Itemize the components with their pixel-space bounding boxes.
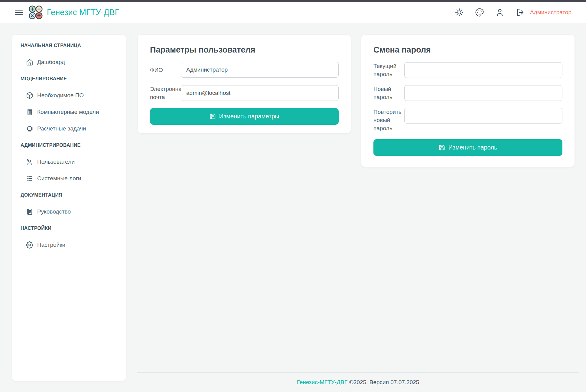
app-title: Генезис МГТУ-ДВГ [47, 8, 119, 17]
logout-icon [516, 8, 525, 17]
sidebar-item-label: Необходимое ПО [37, 92, 84, 99]
save-icon [210, 113, 216, 120]
save-params-label: Изменить параметры [219, 113, 279, 120]
sidebar-item-label: Пользователи [37, 159, 75, 165]
save-icon [439, 144, 445, 151]
sidebar-item-settings[interactable]: Настройки [12, 236, 126, 253]
hamburger-icon [15, 9, 23, 16]
users-icon [26, 158, 33, 165]
footer: Генезис-МГТУ-ДВГ©2025. Версия 07.07.2025 [137, 372, 579, 386]
password-change-title: Смена пароля [373, 45, 562, 55]
sidebar-item-label: Настройки [37, 242, 65, 248]
fio-label: ФИО [150, 66, 181, 74]
password-change-card: Смена пароля Текущий пароль Новый пароль… [361, 35, 575, 167]
sidebar-section-start: НАЧАЛЬНАЯ СТРАНИЦА [12, 37, 126, 54]
user-icon [495, 8, 504, 17]
sidebar-section-administration: АДМИНИСТРИРОВАНИЕ [12, 137, 126, 153]
list-icon [26, 175, 33, 182]
sidebar-item-users[interactable]: Пользователи [12, 153, 126, 170]
cube-icon [26, 92, 33, 99]
save-password-button[interactable]: Изменить пароль [373, 139, 562, 156]
sidebar-item-label: Расчетные задачи [37, 125, 86, 132]
sidebar-item-label: Дашбоард [37, 59, 65, 66]
fio-input[interactable] [181, 62, 339, 78]
sun-icon [455, 8, 464, 17]
user-params-card: Параметры пользователя ФИО Электронная п… [138, 35, 351, 133]
current-password-label: Текущий пароль [373, 62, 404, 78]
sidebar-item-label: Руководство [37, 208, 71, 215]
repeat-password-label: Повторить новый пароль [373, 108, 404, 132]
sidebar-item-label: Системные логи [37, 175, 81, 182]
cpu-icon [26, 125, 33, 132]
sidebar-item-computer-models[interactable]: Компьютерные модели [12, 104, 126, 120]
logout-button[interactable] [515, 7, 525, 18]
sidebar-item-required-software[interactable]: Необходимое ПО [12, 87, 126, 104]
app-root: Генезис МГТУ-ДВГ [0, 0, 586, 392]
current-password-input[interactable] [404, 62, 562, 78]
top-strip [0, 0, 586, 2]
sidebar-section-modeling: МОДЕЛИРОВАНИЕ [12, 70, 126, 87]
new-password-label: Новый пароль [373, 85, 404, 101]
home-icon [26, 59, 33, 66]
repeat-password-input[interactable] [404, 108, 562, 124]
sidebar-item-label: Компьютерные модели [37, 109, 99, 115]
app-logo-icon[interactable] [28, 5, 43, 20]
sidebar-section-documentation: ДОКУМЕНТАЦИЯ [12, 187, 126, 203]
calculator-icon [26, 108, 33, 116]
email-input[interactable] [181, 85, 339, 101]
profile-button[interactable] [495, 7, 505, 18]
sidebar-section-settings: НАСТРОЙКИ [12, 220, 126, 236]
new-password-input[interactable] [404, 85, 562, 101]
sidebar-item-dashboard[interactable]: Дашбоард [12, 54, 126, 70]
email-label: Электронная почта [150, 85, 181, 101]
theme-toggle-button[interactable] [454, 7, 464, 18]
save-params-button[interactable]: Изменить параметры [150, 108, 339, 125]
sidebar: НАЧАЛЬНАЯ СТРАНИЦА Дашбоард МОДЕЛИРОВАНИ… [12, 35, 126, 381]
save-password-label: Изменить пароль [448, 144, 497, 151]
sidebar-item-system-logs[interactable]: Системные логи [12, 170, 126, 187]
theme-palette-button[interactable] [474, 7, 485, 18]
sidebar-item-manual[interactable]: Руководство [12, 203, 126, 220]
header: Генезис МГТУ-ДВГ [0, 2, 586, 23]
footer-brand-link[interactable]: Генезис-МГТУ-ДВГ [297, 379, 347, 385]
user-params-title: Параметры пользователя [150, 45, 339, 55]
footer-copyright: ©2025. Версия 07.07.2025 [349, 379, 419, 385]
gear-icon [26, 241, 33, 249]
current-user-name[interactable]: Администратор [530, 9, 571, 16]
palette-icon [475, 8, 484, 17]
book-icon [26, 208, 33, 215]
hamburger-menu-button[interactable] [15, 9, 23, 16]
sidebar-item-calculation-tasks[interactable]: Расчетные задачи [12, 120, 126, 137]
